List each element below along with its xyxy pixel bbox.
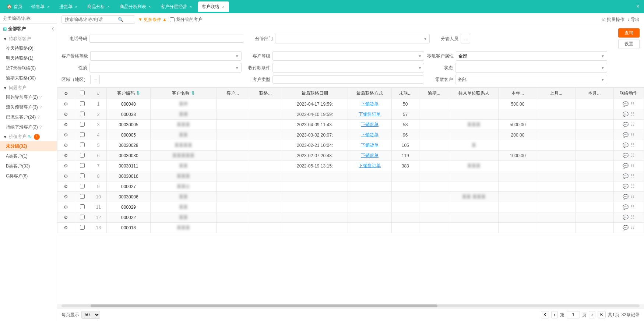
- row-gear-icon[interactable]: ⚙: [64, 225, 68, 230]
- cell-lastmethod[interactable]: [348, 223, 391, 233]
- sidebar-item-lost[interactable]: 已流失客户(24) ?: [0, 112, 57, 122]
- scattered-attr-select[interactable]: 全部 ▼: [456, 51, 607, 61]
- row-gear-icon[interactable]: ⚙: [64, 142, 68, 148]
- first-page-button[interactable]: K: [541, 311, 549, 318]
- more-actions-icon[interactable]: ⠿: [631, 153, 634, 158]
- reset-button[interactable]: 设置: [618, 39, 640, 49]
- contact-icon[interactable]: 💬: [623, 173, 629, 179]
- contact-icon[interactable]: 💬: [623, 132, 629, 138]
- sidebar-item-c-class[interactable]: C类客户(6): [0, 171, 57, 181]
- more-actions-icon[interactable]: ⠿: [631, 184, 634, 189]
- all-customers-header[interactable]: ⊞ 全部客户 《: [0, 24, 57, 34]
- close-all-icon[interactable]: ×: [635, 2, 641, 11]
- row-gear-icon[interactable]: ⚙: [64, 101, 68, 107]
- query-button[interactable]: 查询: [618, 28, 640, 38]
- cell-checkbox[interactable]: [75, 181, 90, 192]
- sidebar-item-7days[interactable]: 近7天待联络(0): [0, 63, 57, 73]
- row-gear-icon[interactable]: ⚙: [64, 163, 68, 169]
- customer-type-input[interactable]: [272, 75, 425, 84]
- cell-settings[interactable]: ⚙: [57, 140, 75, 151]
- contact-icon[interactable]: 💬: [623, 184, 629, 189]
- cell-lastmethod[interactable]: [348, 212, 391, 223]
- cell-settings[interactable]: ⚙: [57, 109, 75, 120]
- more-actions-icon[interactable]: ⠿: [631, 142, 634, 148]
- horizontal-scrollbar[interactable]: [61, 304, 640, 307]
- cell-lastmethod[interactable]: 下销售订单: [348, 109, 391, 120]
- row-checkbox[interactable]: [80, 184, 85, 188]
- row-gear-icon[interactable]: ⚙: [64, 215, 68, 220]
- dept-select[interactable]: ▼: [275, 34, 430, 43]
- row-checkbox[interactable]: [80, 215, 85, 219]
- nav-tab-home[interactable]: 🏠 首页: [3, 1, 26, 12]
- sidebar-item-tomorrow[interactable]: 明天待联络(1): [0, 53, 57, 63]
- cell-lastmethod[interactable]: 下销货单: [348, 130, 391, 140]
- nav-tab-customer-contact[interactable]: 客户联络 ×: [198, 1, 229, 12]
- row-checkbox[interactable]: [80, 194, 85, 199]
- more-actions-icon[interactable]: ⠿: [631, 215, 634, 220]
- customer-level-select[interactable]: ▼: [272, 51, 425, 61]
- close-customer-segment-icon[interactable]: ×: [189, 4, 193, 9]
- cell-checkbox[interactable]: [75, 99, 90, 109]
- cell-settings[interactable]: ⚙: [57, 171, 75, 181]
- contact-icon[interactable]: 💬: [623, 112, 629, 117]
- cell-lastmethod[interactable]: 下销货单: [348, 140, 391, 151]
- close-analysis-list-icon[interactable]: ×: [148, 4, 152, 9]
- more-actions-icon[interactable]: ⠿: [631, 122, 634, 127]
- row-checkbox[interactable]: [80, 142, 85, 147]
- nav-tab-analysis[interactable]: 商品分析 ×: [84, 1, 115, 12]
- sidebar-item-b-class[interactable]: B类客户(33): [0, 161, 57, 171]
- contact-icon[interactable]: 💬: [623, 215, 629, 220]
- nature-select[interactable]: ▼: [89, 63, 242, 73]
- sidebar-item-a-class[interactable]: A类客户(1): [0, 151, 57, 161]
- cell-lastmethod[interactable]: 下销货单: [348, 120, 391, 130]
- cell-checkbox[interactable]: [75, 151, 90, 161]
- page-number-input[interactable]: [567, 311, 580, 318]
- cell-lastmethod[interactable]: [348, 202, 391, 212]
- row-checkbox[interactable]: [80, 225, 85, 230]
- contact-icon[interactable]: 💬: [623, 101, 629, 107]
- contact-icon[interactable]: 💬: [623, 194, 629, 200]
- cell-checkbox[interactable]: [75, 140, 90, 151]
- my-customers-checkbox[interactable]: [170, 17, 175, 22]
- row-checkbox[interactable]: [80, 173, 85, 178]
- th-settings[interactable]: ⚙: [57, 88, 75, 99]
- row-checkbox[interactable]: [80, 122, 85, 127]
- more-actions-icon[interactable]: ⠿: [631, 112, 634, 117]
- row-checkbox[interactable]: [80, 112, 85, 116]
- cell-checkbox[interactable]: [75, 212, 90, 223]
- person-select[interactable]: ···: [461, 34, 470, 43]
- more-actions-icon[interactable]: ⠿: [631, 204, 634, 210]
- select-all-checkbox[interactable]: [80, 91, 85, 95]
- more-conditions-button[interactable]: ▼ 更多条件 ▲: [138, 17, 167, 23]
- cell-checkbox[interactable]: [75, 202, 90, 212]
- cell-lastmethod[interactable]: [348, 181, 391, 192]
- region-select[interactable]: ···: [90, 75, 100, 84]
- nav-tab-purchase[interactable]: 进货单 ×: [56, 1, 82, 12]
- nav-tab-analysis-list[interactable]: 商品分析列表 ×: [116, 1, 156, 12]
- sidebar-item-abnormal[interactable]: 囤购异常客户(2) ?: [0, 92, 57, 102]
- row-gear-icon[interactable]: ⚙: [64, 173, 68, 179]
- next-page-button[interactable]: ›: [589, 311, 595, 318]
- sidebar-item-overdue[interactable]: 逾期未联络(30): [0, 73, 57, 83]
- more-actions-icon[interactable]: ⠿: [631, 225, 634, 230]
- batch-op-button[interactable]: ☑ 批量操作: [602, 17, 624, 23]
- contact-icon[interactable]: 💬: [623, 122, 629, 127]
- nav-tab-customer-segment[interactable]: 客户分层经营 ×: [157, 1, 197, 12]
- cell-checkbox[interactable]: [75, 120, 90, 130]
- row-checkbox[interactable]: [80, 163, 85, 168]
- th-checkbox[interactable]: [75, 88, 90, 99]
- last-page-button[interactable]: K: [598, 311, 606, 318]
- th-code[interactable]: 客户编码 ⇅: [106, 88, 150, 99]
- more-actions-icon[interactable]: ⠿: [631, 173, 634, 179]
- row-gear-icon[interactable]: ⚙: [64, 194, 68, 200]
- filter-search-icon[interactable]: 🔍: [118, 17, 123, 22]
- nav-tab-sales[interactable]: 销售单 ×: [28, 1, 54, 12]
- sidebar-item-today[interactable]: 今天待联络(0): [0, 43, 57, 53]
- status-select[interactable]: ▼: [455, 63, 607, 73]
- contact-icon[interactable]: 💬: [623, 225, 629, 230]
- cell-lastmethod[interactable]: 下销货单: [348, 99, 391, 109]
- cell-settings[interactable]: ⚙: [57, 202, 75, 212]
- cell-settings[interactable]: ⚙: [57, 223, 75, 233]
- sidebar-item-attrition-warning[interactable]: 流失预警客户(3) ?: [0, 102, 57, 112]
- cell-lastmethod[interactable]: [348, 192, 391, 202]
